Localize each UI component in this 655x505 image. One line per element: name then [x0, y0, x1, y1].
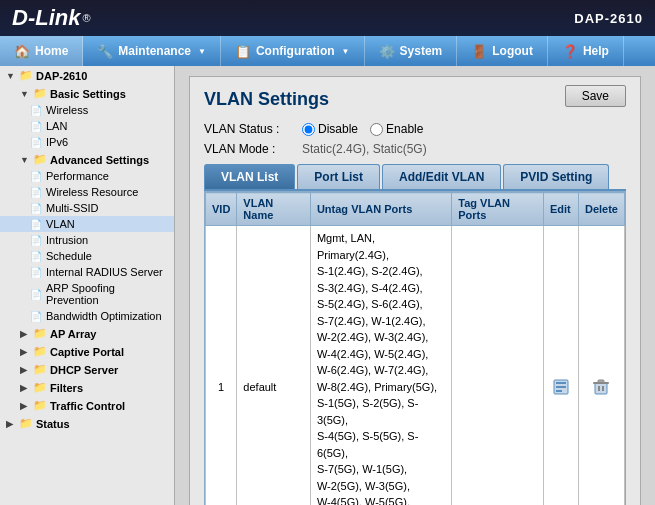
folder-icon: 📁 — [33, 399, 47, 412]
sidebar-item-captive-portal[interactable]: ▶ 📁 Captive Portal — [0, 342, 174, 360]
configuration-icon: 📋 — [235, 44, 251, 59]
save-button[interactable]: Save — [565, 85, 626, 107]
expand-icon: ▼ — [6, 71, 16, 81]
sidebar-item-ap-array[interactable]: ▶ 📁 AP Array — [0, 324, 174, 342]
sidebar-item-label: Status — [36, 418, 70, 430]
tab-pvid-setting[interactable]: PVID Setting — [503, 164, 609, 189]
vlan-enable-radio[interactable] — [370, 123, 383, 136]
folder-icon: 📁 — [19, 417, 33, 430]
folder-icon: 📁 — [33, 363, 47, 376]
sidebar-item-internal-radius[interactable]: 📄 Internal RADIUS Server — [0, 264, 174, 280]
vlan-mode-value: Static(2.4G), Static(5G) — [302, 142, 427, 156]
vlan-disable-radio[interactable] — [302, 123, 315, 136]
page-icon: 📄 — [30, 105, 42, 116]
sidebar-item-label: Internal RADIUS Server — [46, 266, 163, 278]
vlan-disable-option[interactable]: Disable — [302, 122, 358, 136]
svg-rect-1 — [556, 382, 566, 384]
tab-vlan-list[interactable]: VLAN List — [204, 164, 295, 189]
nav-maintenance[interactable]: 🔧 Maintenance ▼ — [83, 36, 221, 66]
delete-button[interactable] — [591, 377, 611, 397]
sidebar-item-label: Traffic Control — [50, 400, 125, 412]
cell-tag-ports — [452, 226, 544, 506]
nav-system[interactable]: ⚙️ System — [365, 36, 458, 66]
sidebar-item-wireless-resource[interactable]: 📄 Wireless Resource — [0, 184, 174, 200]
expand-icon: ▶ — [20, 365, 30, 375]
sidebar-item-label: IPv6 — [46, 136, 68, 148]
svg-rect-8 — [602, 386, 604, 391]
vlan-status-label: VLAN Status : — [204, 122, 294, 136]
page-icon: 📄 — [30, 121, 42, 132]
page-title: VLAN Settings — [204, 89, 329, 110]
expand-icon: ▶ — [20, 329, 30, 339]
expand-icon: ▼ — [20, 89, 30, 99]
sidebar-item-dhcp-server[interactable]: ▶ 📁 DHCP Server — [0, 360, 174, 378]
sidebar-item-performance[interactable]: 📄 Performance — [0, 168, 174, 184]
tab-port-list[interactable]: Port List — [297, 164, 380, 189]
sidebar-item-vlan[interactable]: 📄 VLAN — [0, 216, 174, 232]
sidebar-item-advanced-settings[interactable]: ▼ 📁 Advanced Settings — [0, 150, 174, 168]
vlan-table-container: VID VLAN Name Untag VLAN Ports Tag VLAN … — [204, 191, 626, 505]
page-icon: 📄 — [30, 311, 42, 322]
sidebar-item-label: Filters — [50, 382, 83, 394]
nav-home[interactable]: 🏠 Home — [0, 36, 83, 66]
folder-icon: 📁 — [33, 153, 47, 166]
sidebar-item-schedule[interactable]: 📄 Schedule — [0, 248, 174, 264]
page-icon: 📄 — [30, 289, 42, 300]
sidebar-item-filters[interactable]: ▶ 📁 Filters — [0, 378, 174, 396]
sidebar-item-dap2610[interactable]: ▼ 📁 DAP-2610 — [0, 66, 174, 84]
tab-add-edit-vlan[interactable]: Add/Edit VLAN — [382, 164, 501, 189]
cell-untag-ports: Mgmt, LAN, Primary(2.4G), S-1(2.4G), S-2… — [310, 226, 451, 506]
sidebar-item-label: Advanced Settings — [50, 154, 149, 166]
sidebar-item-label: DHCP Server — [50, 364, 118, 376]
folder-icon: 📁 — [33, 87, 47, 100]
nav-help[interactable]: ❓ Help — [548, 36, 624, 66]
page-icon: 📄 — [30, 267, 42, 278]
page-icon: 📄 — [30, 203, 42, 214]
expand-icon: ▶ — [6, 419, 16, 429]
maintenance-icon: 🔧 — [97, 44, 113, 59]
svg-rect-3 — [556, 390, 562, 392]
main-layout: ▼ 📁 DAP-2610 ▼ 📁 Basic Settings 📄 Wirele… — [0, 66, 655, 505]
cell-vid: 1 — [206, 226, 237, 506]
header: D-Link ® DAP-2610 — [0, 0, 655, 36]
sidebar-item-intrusion[interactable]: 📄 Intrusion — [0, 232, 174, 248]
page-icon: 📄 — [30, 219, 42, 230]
edit-icon — [552, 378, 570, 396]
page-icon: 📄 — [30, 187, 42, 198]
sidebar-item-label: AP Array — [50, 328, 96, 340]
sidebar-item-ipv6[interactable]: 📄 IPv6 — [0, 134, 174, 150]
cell-delete — [578, 226, 624, 506]
content-area: VLAN Settings Save VLAN Status : Disable… — [175, 66, 655, 505]
navbar: 🏠 Home 🔧 Maintenance ▼ 📋 Configuration ▼… — [0, 36, 655, 66]
sidebar-item-traffic-control[interactable]: ▶ 📁 Traffic Control — [0, 396, 174, 414]
sidebar-item-lan[interactable]: 📄 LAN — [0, 118, 174, 134]
logo: D-Link ® — [12, 5, 91, 31]
vlan-enable-option[interactable]: Enable — [370, 122, 423, 136]
col-untag-ports: Untag VLAN Ports — [310, 193, 451, 226]
expand-icon: ▶ — [20, 383, 30, 393]
sidebar-item-label: DAP-2610 — [36, 70, 87, 82]
sidebar-item-basic-settings[interactable]: ▼ 📁 Basic Settings — [0, 84, 174, 102]
cell-edit — [543, 226, 578, 506]
nav-logout[interactable]: 🚪 Logout — [457, 36, 548, 66]
svg-rect-6 — [593, 382, 609, 384]
sidebar-item-arp-spoofing[interactable]: 📄 ARP Spoofing Prevention — [0, 280, 174, 308]
sidebar: ▼ 📁 DAP-2610 ▼ 📁 Basic Settings 📄 Wirele… — [0, 66, 175, 505]
sidebar-item-multi-ssid[interactable]: 📄 Multi-SSID — [0, 200, 174, 216]
col-edit: Edit — [543, 193, 578, 226]
col-vlan-name: VLAN Name — [237, 193, 311, 226]
vlan-status-radio-group: Disable Enable — [302, 122, 423, 136]
nav-configuration[interactable]: 📋 Configuration ▼ — [221, 36, 365, 66]
svg-rect-7 — [598, 386, 600, 391]
sidebar-item-wireless[interactable]: 📄 Wireless — [0, 102, 174, 118]
folder-icon: 📁 — [33, 381, 47, 394]
device-name: DAP-2610 — [574, 11, 643, 26]
sidebar-item-label: Schedule — [46, 250, 92, 262]
svg-rect-4 — [595, 383, 607, 394]
sidebar-item-label: Intrusion — [46, 234, 88, 246]
sidebar-item-bandwidth[interactable]: 📄 Bandwidth Optimization — [0, 308, 174, 324]
vlan-mode-row: VLAN Mode : Static(2.4G), Static(5G) — [204, 142, 626, 156]
edit-button[interactable] — [551, 377, 571, 397]
sidebar-item-status[interactable]: ▶ 📁 Status — [0, 414, 174, 432]
expand-icon: ▶ — [20, 401, 30, 411]
